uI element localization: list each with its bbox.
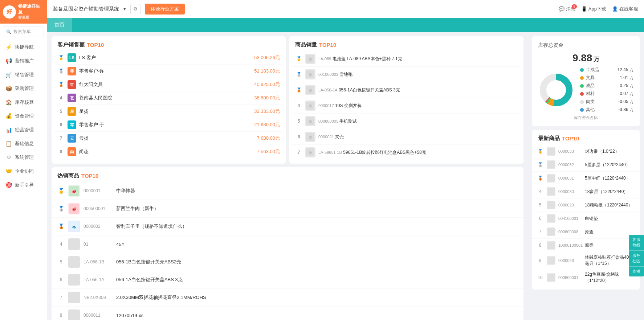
new-product-thumb: [547, 214, 555, 223]
title-dropdown[interactable]: ▾: [123, 6, 126, 12]
customer-rank-item[interactable]: 6 零 零售客户-于 21,680.00元: [54, 118, 283, 132]
customer-rank-item[interactable]: 4 苍 苍南县人民医院 36,600.00元: [54, 91, 283, 105]
float-live-btn[interactable]: 直播: [629, 267, 644, 276]
product-thumb: 图: [305, 100, 315, 111]
sidebar-item-basics[interactable]: 📋 基础信息: [0, 137, 47, 151]
settings-button[interactable]: ⚙: [130, 4, 140, 14]
inventory-header: 库存总资金: [538, 42, 634, 49]
donut-chart-container: 半成品 12.45 万 文具 1.01 万 成品 0.25 万: [538, 67, 634, 113]
svg-rect-38: [547, 242, 555, 249]
sidebar-item-quicknav[interactable]: ⚡ 快捷导航: [0, 40, 47, 54]
sidebar-item-operations[interactable]: 📊 经营管理: [0, 123, 47, 137]
new-product-item[interactable]: 6 004100001 白钢垫: [532, 212, 640, 225]
customer-avatar: 零: [68, 67, 76, 75]
customer-name: 红太阳文具: [79, 81, 251, 88]
sidebar-item-system[interactable]: ⚙ 系统管理: [0, 151, 47, 164]
messages-button[interactable]: 💬 消息 6: [559, 6, 575, 12]
customer-rank-item[interactable]: 7 云 云扬 7,680.00元: [54, 132, 283, 145]
hot-product-item[interactable]: 🥇 🥩 0000001 中华神器: [52, 182, 523, 200]
svg-rect-21: [69, 257, 79, 267]
hot-product-thumb: [68, 274, 80, 286]
new-product-item[interactable]: 4 0000030 18多层（1220*2440）: [532, 185, 640, 198]
svg-rect-24: [69, 310, 79, 320]
customer-top10-header: 客户销售额 TOP10: [52, 40, 286, 51]
svg-rect-32: [547, 161, 555, 168]
customer-rank-item[interactable]: 5 星 星扬 33,333.00元: [54, 105, 283, 118]
rank-number: 5: [57, 109, 65, 114]
sidebar-item-marketing[interactable]: 📢 营销推广: [0, 54, 47, 68]
sidebar-item-sales[interactable]: 🛒 销售管理: [0, 68, 47, 82]
search-menu-button[interactable]: 🔍 搜索菜单: [3, 26, 44, 37]
product-name: 001000002 雪地靴: [318, 71, 518, 78]
hot-product-item[interactable]: 🥉 🐟 0000002 智利车子里（规格不知道填什么）: [52, 218, 523, 235]
new-products-list: 🥇 0000033 封边带（1.0*22） 🥈 0000032 5厘多层（122…: [532, 145, 640, 286]
new-product-item[interactable]: 10 003800001 22g鱼豆腐·烧烤味（1*12*20）: [532, 269, 640, 286]
new-product-thumb: [547, 256, 555, 265]
svg-text:图: 图: [309, 136, 312, 139]
customer-name: 零售客户-许: [79, 68, 251, 74]
product-sales-item[interactable]: 5 图 000800005 手机测试: [292, 114, 521, 129]
customer-rank-list: 🥇 LS LS 客户 53,006.26元 🥈 零 零售客户-许 51,183.…: [52, 51, 286, 158]
product-sales-item[interactable]: 🥉 图 LA-056-1A 056-1A白色按键开关盖ABS 3克: [292, 82, 521, 98]
customer-rank-item[interactable]: 🥇 LS LS 客户 53,006.26元: [54, 51, 283, 65]
customer-top10-section: 客户销售额 TOP10 🥇 LS LS 客户 53,006.26元: [52, 36, 286, 164]
rank-number: 🥉: [295, 87, 302, 93]
online-service-button[interactable]: 👤 在线客服: [612, 6, 638, 12]
hot-product-item[interactable]: 8 0000011 12070519-xs: [52, 307, 523, 320]
hot-product-item[interactable]: 6 LA-056-1A 056-1A白色按键开关盖ABS 3克: [52, 271, 523, 289]
float-service-btn[interactable]: 客服 热线: [629, 235, 644, 251]
hot-product-info: LA-056-1A 056-1A白色按键开关盖ABS 3克: [83, 276, 518, 283]
hot-product-item[interactable]: 7 NB2.0X30B 2.0X30MM双搓花轴搓花直径2.1MM/ROHS: [52, 289, 523, 307]
trial-button[interactable]: 体验行业方案: [145, 4, 185, 15]
new-products-header: 最新商品 TOP10: [532, 134, 640, 145]
nav-tabs: 首页: [47, 18, 644, 32]
float-community-btn[interactable]: 服务 社区: [629, 251, 644, 267]
float-buttons: 客服 热线 服务 社区 直播: [629, 235, 644, 276]
product-sales-item[interactable]: 7 图 LA-59651-1B 59651-1B旋转投影灯电池盒ABS黑色+58…: [292, 145, 521, 160]
customer-amount: 36,600.00元: [254, 95, 280, 101]
new-product-item[interactable]: 🥈 0000032 5厘多层（1220*2440）: [532, 158, 640, 172]
sidebar-item-guide[interactable]: 🎯 新手引导: [0, 178, 47, 192]
product-thumb: 图: [305, 116, 315, 126]
legend-dot: [580, 100, 584, 104]
service-icon: 👤: [612, 6, 618, 12]
product-thumb: 图: [305, 85, 315, 95]
new-product-item[interactable]: 5 0000029 18颗粒板（1220*2440）: [532, 198, 640, 212]
product-info: LA-089 电池盖 LA-089 ABS本色+黑种 7.1克: [318, 56, 518, 62]
rank-number: 4: [57, 95, 65, 100]
hot-product-item[interactable]: 4 01 45#: [52, 235, 523, 253]
legend-item: 材料 0.07 万: [580, 91, 634, 97]
sidebar-item-inventory[interactable]: 🏠 库存核算: [0, 95, 47, 109]
customer-rank-item[interactable]: 🥈 零 零售客户-许 51,183.00元: [54, 65, 283, 78]
product-sales-item[interactable]: 6 图 0000021 夹壳: [292, 129, 521, 145]
new-product-item[interactable]: 🥇 0000033 封边带（1.0*22）: [532, 145, 640, 158]
tab-home[interactable]: 首页: [47, 18, 72, 32]
customer-rank-item[interactable]: 🥉 红 红太阳文具 40,925.00元: [54, 78, 283, 91]
product-sales-item[interactable]: 🥈 图 001000002 雪地靴: [292, 67, 521, 82]
app-download-button[interactable]: 📱 App下载: [581, 6, 606, 12]
rank-number: 🥉: [537, 176, 544, 181]
product-sales-top10-section: 商品销量 TOP10 🥇 图 LA-089 电池盖 LA-089 ABS本色+黑…: [289, 36, 523, 164]
rank-number: 🥈: [57, 69, 65, 74]
product-thumb: 图: [305, 147, 315, 157]
hot-product-thumb: [68, 238, 80, 250]
sidebar-item-finance[interactable]: 💰 资金管理: [0, 109, 47, 123]
sidebar-item-cooperation[interactable]: 🤝 企业协同: [0, 164, 47, 178]
sidebar-item-purchase[interactable]: 📦 采购管理: [0, 82, 47, 95]
product-sales-item[interactable]: 4 图 0000017 10S 变刹罗蕤: [292, 98, 521, 114]
svg-rect-33: [547, 175, 555, 182]
gear-icon: ⚙: [133, 6, 138, 12]
new-product-item[interactable]: 7 000800008 原查: [532, 225, 640, 239]
hot-product-item[interactable]: 🥈 🥩 000500001 新西兰牛肉（新牛）: [52, 200, 523, 218]
product-sales-item[interactable]: 🥇 图 LA-089 电池盖 LA-089 ABS本色+黑种 7.1克: [292, 51, 521, 67]
new-product-item[interactable]: 9 0000028 体碱嘉枝味苏打饮品400毫升（1*15）: [532, 252, 640, 269]
new-product-item[interactable]: 🥉 0000031 5厘中纤（1220*2440）: [532, 172, 640, 185]
svg-rect-23: [69, 292, 79, 303]
new-product-item[interactable]: 8 10000100001 原壶: [532, 239, 640, 252]
hot-products-list: 🥇 🥩 0000001 中华神器 🥈 🥩: [52, 182, 523, 320]
hot-product-item[interactable]: 5 LA-056-1B 056-1B白色按键开关壳ABS2壳: [52, 253, 523, 271]
customer-rank-item[interactable]: 8 尚 尚态 7,563.00元: [54, 145, 283, 158]
hot-product-info: 0000002 智利车子里（规格不知道填什么）: [83, 223, 518, 230]
rank-number: 8: [537, 243, 544, 248]
svg-rect-37: [547, 228, 555, 235]
